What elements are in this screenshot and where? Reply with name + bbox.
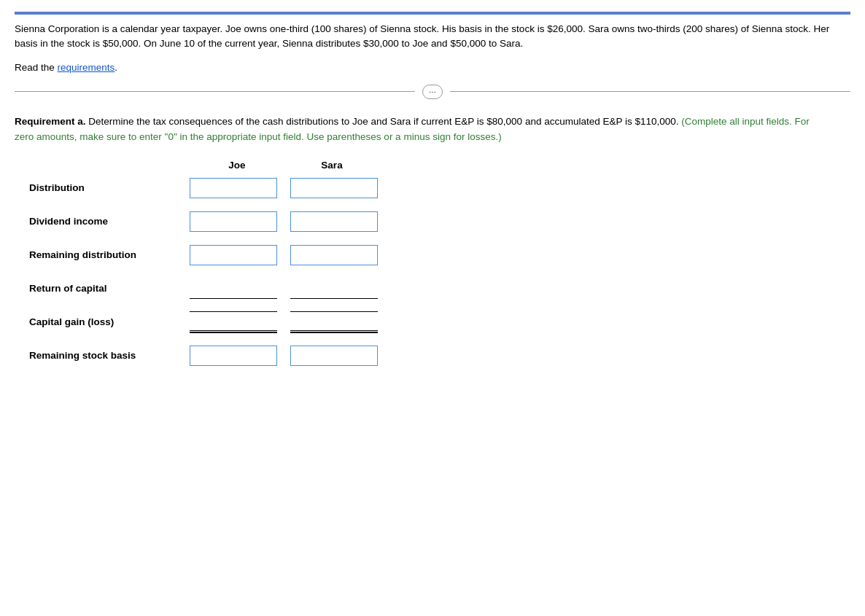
cell-sara-distribution bbox=[290, 178, 385, 198]
joe-capital-gain-wrapper bbox=[190, 311, 277, 333]
cap-gain-sara-bottom-line-2 bbox=[290, 332, 378, 333]
cap-gain-bottom-line-2 bbox=[190, 332, 277, 333]
requirement-bold: Requirement a. bbox=[15, 116, 86, 127]
form-table: Joe Sara Distribution Dividend income Re… bbox=[29, 160, 850, 369]
label-return-of-capital: Return of capital bbox=[29, 283, 190, 294]
cell-sara-stock-basis bbox=[290, 346, 385, 366]
cell-sara-remaining-dist bbox=[290, 245, 385, 265]
divider-line-right bbox=[450, 91, 850, 92]
section-divider: ··· bbox=[15, 85, 850, 99]
input-sara-stock-basis[interactable] bbox=[290, 346, 378, 366]
row-remaining-stock-basis: Remaining stock basis bbox=[29, 343, 850, 369]
input-sara-dividend[interactable] bbox=[290, 211, 378, 232]
col-header-joe: Joe bbox=[190, 160, 284, 171]
input-joe-distribution[interactable] bbox=[190, 178, 277, 198]
input-joe-remaining-dist[interactable] bbox=[190, 245, 277, 265]
read-suffix: . bbox=[115, 62, 117, 73]
cell-joe-stock-basis bbox=[190, 346, 284, 366]
input-joe-dividend[interactable] bbox=[190, 211, 277, 232]
cell-joe-remaining-dist bbox=[190, 245, 284, 265]
cell-joe-return-capital bbox=[190, 278, 284, 299]
cap-gain-bottom-line-1 bbox=[190, 330, 277, 331]
cell-joe-distribution bbox=[190, 178, 284, 198]
input-sara-remaining-dist[interactable] bbox=[290, 245, 378, 265]
divider-ellipsis: ··· bbox=[422, 85, 443, 99]
input-joe-return-capital[interactable] bbox=[190, 278, 277, 299]
column-headers: Joe Sara bbox=[190, 160, 850, 171]
cell-sara-return-capital bbox=[290, 278, 385, 299]
cell-sara-capital-gain bbox=[290, 311, 385, 333]
divider-line-left bbox=[15, 91, 415, 92]
label-remaining-stock-basis: Remaining stock basis bbox=[29, 350, 190, 361]
intro-text: Sienna Corporation is a calendar year ta… bbox=[15, 23, 829, 49]
sara-capital-gain-wrapper bbox=[290, 311, 378, 333]
input-sara-capital-gain[interactable] bbox=[290, 311, 378, 329]
label-remaining-distribution: Remaining distribution bbox=[29, 249, 190, 260]
label-distribution: Distribution bbox=[29, 182, 190, 193]
cap-gain-sara-bottom-line-1 bbox=[290, 330, 378, 331]
col-header-sara: Sara bbox=[284, 160, 379, 171]
row-distribution: Distribution bbox=[29, 175, 850, 201]
requirement-normal: Determine the tax consequences of the ca… bbox=[86, 116, 682, 127]
top-accent-bar bbox=[15, 12, 850, 15]
cell-joe-dividend bbox=[190, 211, 284, 232]
intro-paragraph: Sienna Corporation is a calendar year ta… bbox=[15, 22, 850, 52]
cell-sara-dividend bbox=[290, 211, 385, 232]
input-joe-stock-basis[interactable] bbox=[190, 346, 277, 366]
row-dividend-income: Dividend income bbox=[29, 208, 850, 235]
row-capital-gain: Capital gain (loss) bbox=[29, 309, 850, 335]
requirements-link[interactable]: requirements bbox=[58, 62, 115, 73]
label-dividend-income: Dividend income bbox=[29, 216, 190, 227]
cell-joe-capital-gain bbox=[190, 311, 284, 333]
read-prefix: Read the bbox=[15, 62, 58, 73]
input-sara-distribution[interactable] bbox=[290, 178, 378, 198]
requirement-section: Requirement a. Determine the tax consequ… bbox=[15, 114, 817, 145]
label-capital-gain: Capital gain (loss) bbox=[29, 316, 190, 327]
input-joe-capital-gain[interactable] bbox=[190, 311, 277, 329]
row-remaining-distribution: Remaining distribution bbox=[29, 242, 850, 268]
input-sara-return-capital[interactable] bbox=[290, 278, 378, 299]
read-requirements-line: Read the requirements. bbox=[15, 62, 850, 73]
row-return-of-capital: Return of capital bbox=[29, 276, 850, 302]
